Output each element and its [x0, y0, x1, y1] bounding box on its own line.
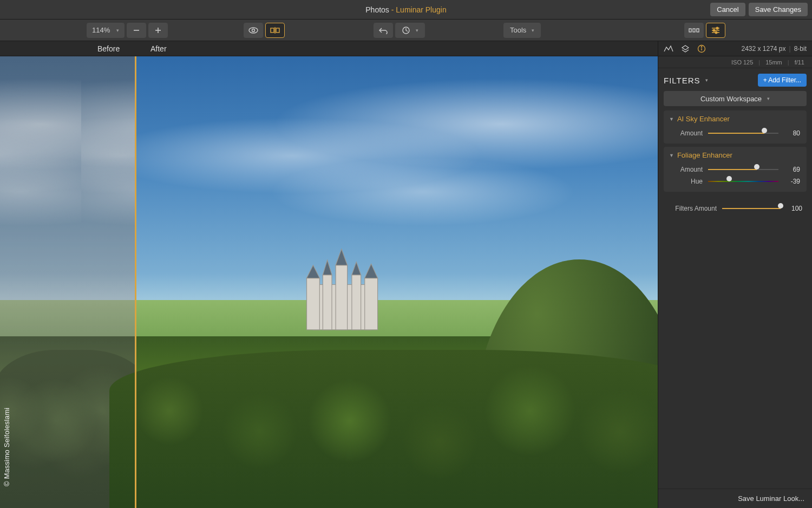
castle-illustration: [266, 246, 412, 336]
filter-title: AI Sky Enhancer: [677, 115, 730, 123]
filters-heading[interactable]: FILTERS ▾: [664, 76, 709, 85]
param-value: 69: [784, 166, 800, 173]
param-value: 80: [784, 129, 800, 137]
zoom-out-button[interactable]: [127, 23, 146, 38]
window-title: Photos - Luminar Plugin: [365, 5, 446, 14]
save-look-button[interactable]: Save Luminar Look...: [658, 489, 812, 508]
focal-label: 15mm: [765, 59, 782, 66]
dimensions-label: 2432 x 1274 px: [741, 45, 785, 53]
panel-exif-bar: ISO 125 | 15mm | f/11: [658, 56, 812, 68]
svg-rect-11: [697, 29, 699, 32]
tools-dropdown[interactable]: Tools ▾: [503, 23, 541, 38]
compare-toggle-button[interactable]: [265, 23, 285, 38]
compare-labels: Before After: [0, 41, 658, 56]
bitdepth-label: 8-bit: [794, 45, 807, 53]
filter-header[interactable]: ▼AI Sky Enhancer: [664, 110, 807, 127]
history-dropdown[interactable]: ▾: [395, 23, 425, 38]
param-label: Amount: [670, 166, 703, 173]
svg-rect-25: [352, 275, 361, 330]
chevron-down-icon: ▾: [116, 28, 119, 33]
before-label: Before: [97, 44, 120, 53]
filters-amount-value: 100: [786, 205, 802, 212]
filters-header: FILTERS ▾ + Add Filter...: [658, 68, 812, 91]
preview-toggle-button[interactable]: [244, 23, 263, 38]
svg-rect-9: [689, 29, 691, 32]
side-panel: 2432 x 1274 px | 8-bit ISO 125 | 15mm | …: [658, 41, 812, 508]
svg-rect-5: [271, 28, 274, 32]
histogram-icon[interactable]: [664, 45, 673, 53]
svg-point-3: [249, 28, 258, 33]
zoom-dropdown[interactable]: 114% ▾: [87, 23, 125, 38]
cancel-button[interactable]: Cancel: [710, 3, 745, 16]
svg-point-4: [252, 29, 255, 31]
workspace-label: Custom Workspace: [700, 95, 762, 103]
layers-icon[interactable]: [681, 44, 690, 53]
chevron-down-icon: ▾: [416, 28, 418, 33]
filters-amount-row: Filters Amount 100: [658, 195, 812, 216]
chevron-down-icon: ▾: [767, 96, 770, 101]
zoom-value: 114%: [92, 26, 110, 34]
param-row-amount: Amount69: [664, 164, 807, 175]
main-area: Before After © Massimo Seifoleslami: [0, 41, 812, 508]
panel-info-bar: 2432 x 1274 px | 8-bit: [658, 41, 812, 56]
photo-credit: © Massimo Seifoleslami: [3, 408, 11, 487]
toolbar: 114% ▾ ▾ Tools ▾: [0, 19, 812, 41]
svg-marker-26: [352, 262, 361, 275]
filters-amount-slider[interactable]: [722, 205, 781, 212]
param-label: Hue: [670, 178, 703, 185]
svg-marker-23: [307, 265, 320, 278]
param-label: Amount: [670, 129, 703, 137]
filter-title: Foliage Enhancer: [677, 151, 732, 159]
workspace-dropdown[interactable]: Custom Workspace ▾: [664, 91, 807, 106]
undo-button[interactable]: [374, 23, 393, 38]
filmstrip-button[interactable]: [684, 23, 704, 38]
app-name: Photos: [365, 5, 389, 14]
chevron-down-icon: ▾: [532, 28, 534, 33]
param-row-hue: Hue-39: [664, 175, 807, 187]
photo-after: [135, 56, 658, 508]
canvas-area: Before After © Massimo Seifoleslami: [0, 41, 658, 508]
filter-block-foliage-enhancer: ▼Foliage EnhancerAmount69Hue-39: [664, 147, 807, 192]
adjust-panel-button[interactable]: [706, 23, 725, 38]
param-value: -39: [784, 178, 800, 185]
svg-marker-29: [682, 45, 689, 50]
svg-marker-28: [323, 260, 332, 275]
plugin-name: - Luminar Plugin: [389, 5, 447, 14]
svg-rect-27: [323, 275, 332, 330]
filters-amount-label: Filters Amount: [668, 205, 717, 212]
svg-point-17: [715, 31, 717, 34]
svg-marker-24: [365, 264, 378, 278]
filter-block-ai-sky-enhancer: ▼AI Sky EnhancerAmount80: [664, 110, 807, 144]
param-row-amount: Amount80: [664, 127, 807, 139]
svg-point-32: [701, 46, 702, 47]
add-filter-button[interactable]: + Add Filter...: [758, 74, 807, 87]
chevron-down-icon: ▾: [705, 77, 709, 83]
after-label: After: [150, 44, 167, 53]
zoom-in-button[interactable]: [148, 23, 168, 38]
svg-marker-22: [336, 249, 347, 265]
info-icon[interactable]: [697, 44, 706, 53]
svg-rect-21: [336, 265, 347, 330]
svg-point-15: [713, 29, 715, 31]
save-changes-button[interactable]: Save Changes: [749, 3, 808, 16]
svg-rect-6: [276, 28, 279, 32]
iso-label: ISO 125: [731, 59, 753, 66]
disclosure-triangle-icon: ▼: [669, 153, 674, 158]
svg-point-13: [716, 27, 718, 29]
compare-split-handle[interactable]: [135, 56, 136, 508]
param-slider[interactable]: [708, 166, 778, 173]
param-slider[interactable]: [708, 178, 778, 185]
image-viewport[interactable]: © Massimo Seifoleslami: [0, 56, 658, 508]
filter-header[interactable]: ▼Foliage Enhancer: [664, 147, 807, 164]
aperture-label: f/11: [795, 59, 804, 66]
image-after: [135, 56, 658, 508]
param-slider[interactable]: [708, 130, 778, 136]
disclosure-triangle-icon: ▼: [669, 116, 674, 122]
svg-rect-20: [365, 278, 378, 330]
titlebar: Photos - Luminar Plugin Cancel Save Chan…: [0, 0, 812, 19]
svg-rect-19: [307, 278, 320, 330]
tools-label: Tools: [510, 26, 526, 34]
svg-rect-10: [693, 29, 695, 32]
